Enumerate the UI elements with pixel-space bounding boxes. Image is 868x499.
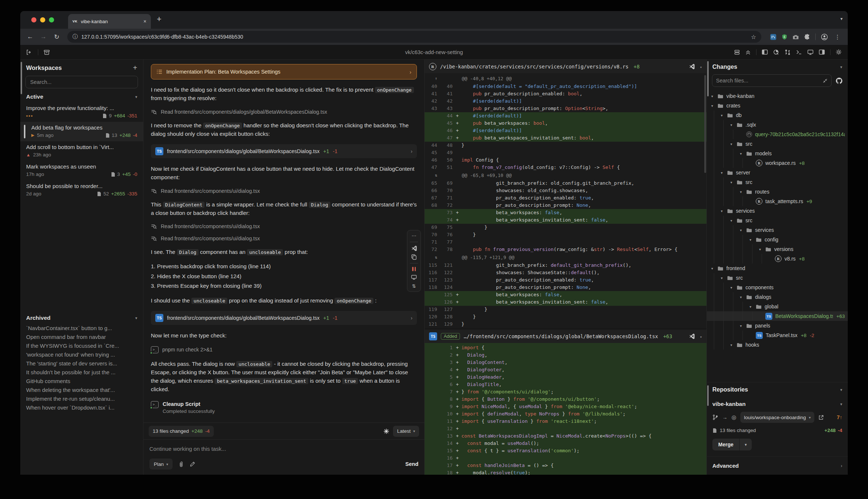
task-message-input[interactable] [149,446,418,452]
close-window-button[interactable] [31,17,36,22]
extension-shield-icon[interactable]: £ [782,34,787,40]
chevron-down-icon[interactable]: ▾ [730,343,737,347]
chevron-down-icon[interactable]: ▾ [711,266,718,270]
profile-avatar-icon[interactable] [821,33,828,40]
archive-box-icon[interactable] [43,49,50,55]
cleanup-script-row[interactable]: >_Cleanup ScriptCompleted successfully [151,401,417,414]
collapse-all-icon[interactable] [745,49,751,55]
settings-gear-icon[interactable] [836,49,842,55]
chevron-down-icon[interactable]: ▾ [730,142,737,146]
implementation-plan-banner[interactable]: Implementation Plan: Beta Workspaces Set… [151,64,417,79]
chevron-down-icon[interactable]: ▾ [740,295,746,299]
compare-branches-icon[interactable]: ⇅ [412,283,416,289]
extension-blue-icon[interactable] [770,34,776,40]
repositories-header[interactable]: Repositories ▾ [707,382,848,397]
stop-process-icon[interactable] [412,267,416,271]
tree-row[interactable]: ▾vibe-kanban [707,91,848,101]
browser-tab[interactable]: VK vibe-kanban × [68,14,151,29]
tree-row[interactable]: ▾models [707,149,848,158]
merge-button[interactable]: Merge [712,439,739,450]
diff-file-header[interactable]: R/vibe-kanban/crates/services/src/servic… [425,60,706,73]
archived-workspace-item[interactable]: `NavbarContainer.tsx` button to g... [20,323,143,332]
edited-file-card[interactable]: TSfrontend/src/components/dialogs/global… [151,311,417,325]
archived-workspace-item[interactable]: If the WYSIWYG is focussed in `Cre... [20,341,143,350]
diff-file-header[interactable]: TSAdded…/frontend/src/components/dialogs… [425,329,706,343]
chevron-down-icon[interactable]: ▾ [721,113,727,117]
chevron-down-icon[interactable]: ▾ [721,276,727,280]
extension-camera-icon[interactable] [793,34,799,40]
tree-row[interactable]: ▾frontend [707,263,848,273]
forward-button[interactable]: → [38,33,49,40]
browser-menu-icon[interactable]: ⋮ [835,33,840,40]
archived-workspace-item[interactable]: GitHub comments [20,376,143,385]
advanced-section[interactable]: Advanced › [707,456,848,475]
tree-row[interactable]: ▾services [707,206,848,216]
changes-header[interactable]: Changes ▾ [707,60,848,74]
workspace-item[interactable]: Should be possible to reorder...2d ago52… [20,180,143,200]
archived-workspace-item[interactable]: When hover over `Dropdown.tsx` i... [20,403,143,412]
pen-icon[interactable] [190,461,196,467]
tree-row[interactable]: ▾src [707,177,848,187]
add-workspace-button[interactable]: + [133,64,137,72]
workspace-item[interactable]: Add beta flag for workspaces▶5m ago13+24… [20,122,143,141]
chevron-down-icon[interactable]: ▾ [711,104,718,108]
chevron-down-icon[interactable]: ▾ [750,305,756,309]
expand-hunk-icon[interactable]: ↑ [425,74,447,83]
tree-row[interactable]: ▾src [707,216,848,225]
archived-workspace-item[interactable]: 'workspace not found' when trying ... [20,350,143,359]
terminal-tool-row[interactable]: >_pnpm run check 2>&1 [151,346,417,353]
tree-row[interactable]: Rtask_attempts.rs+9 [707,197,848,206]
github-icon[interactable] [836,77,843,84]
panel-right-icon[interactable] [819,49,825,55]
chevron-down-icon[interactable]: ▾ [759,247,765,251]
repo-row[interactable]: vibe-kanban ▾ [707,397,848,410]
diff-body[interactable]: ↑@@ -40,8 +40,12 @@4040 #[serde(default … [425,73,706,329]
sidebar-scroll-thumb[interactable] [21,62,22,94]
copy-icon[interactable] [411,254,417,260]
chevron-down-icon[interactable]: ▾ [740,152,746,156]
reload-button[interactable]: ↻ [51,33,62,41]
repos-scroll-thumb[interactable] [707,385,709,406]
chevron-down-icon[interactable]: ▾ [740,324,746,328]
branch-dropdown[interactable]: louis/workspace-onboarding ▾ [740,412,814,423]
edited-file-card[interactable]: TSfrontend/src/components/dialogs/global… [151,144,417,158]
archived-section-header[interactable]: Archived ▾ [20,313,143,323]
file-search-input[interactable] [716,78,821,84]
workspaces-search[interactable] [25,76,138,88]
read-tool-row[interactable]: Read frontend/src/components/dialogs/glo… [151,109,417,115]
chevron-down-icon[interactable]: ▾ [750,238,756,242]
version-dropdown[interactable]: Latest ▾ [393,426,419,437]
chevron-down-icon[interactable]: ▾ [721,171,727,175]
expand-hunk-icon[interactable]: ⇅ [425,171,447,180]
mode-dropdown[interactable]: Plan ▾ [149,459,173,470]
tree-row[interactable]: Rv8.rs+8 [707,254,848,263]
chevron-down-icon[interactable]: ▾ [730,123,737,127]
tree-row[interactable]: TSTaskPanel.tsx+8-2 [707,330,848,340]
chevron-down-icon[interactable]: ▾ [711,94,718,98]
tree-row[interactable]: ▾components [707,283,848,292]
archived-workspace-item[interactable]: Open command bar from navbar [20,332,143,341]
archived-workspace-item[interactable]: When deleting the workspace that'... [20,385,143,394]
send-button[interactable]: Send [405,461,418,467]
tree-row[interactable]: ▾src [707,273,848,283]
tree-row[interactable]: ▾hooks [707,340,848,350]
tree-row[interactable]: ▾server [707,168,848,177]
open-in-vscode-icon[interactable] [689,64,695,69]
target-icon[interactable]: ◎ [731,414,736,421]
tree-row[interactable]: ▾panels [707,321,848,330]
chevron-down-icon[interactable]: ▾ [700,64,702,70]
sparkle-icon[interactable] [383,428,389,434]
extensions-puzzle-icon[interactable] [804,34,810,40]
workspace-item[interactable]: Improve the preview functionality: ...••… [20,102,143,122]
tree-row[interactable]: ▾versions [707,244,848,254]
tree-row[interactable]: ▾global [707,302,848,311]
chevron-down-icon[interactable]: ▾ [740,228,746,232]
diff-hunk-header[interactable]: ⇅@@ -115,7 +121,9 @@ [425,253,706,262]
tree-row[interactable]: ▾routes [707,187,848,197]
archived-workspace-item[interactable]: The 'starting' state of dev servers is..… [20,359,143,368]
workspace-item[interactable]: Add scroll to bottom button in `Virt...▲… [20,141,143,161]
more-actions-icon[interactable]: ⋯ [412,233,417,238]
tree-row[interactable]: TSBetaWorkspacesDialog.tsx+63 [707,311,848,321]
new-tab-button[interactable]: + [157,14,162,24]
expand-hunk-icon[interactable]: ⇅ [425,253,447,262]
